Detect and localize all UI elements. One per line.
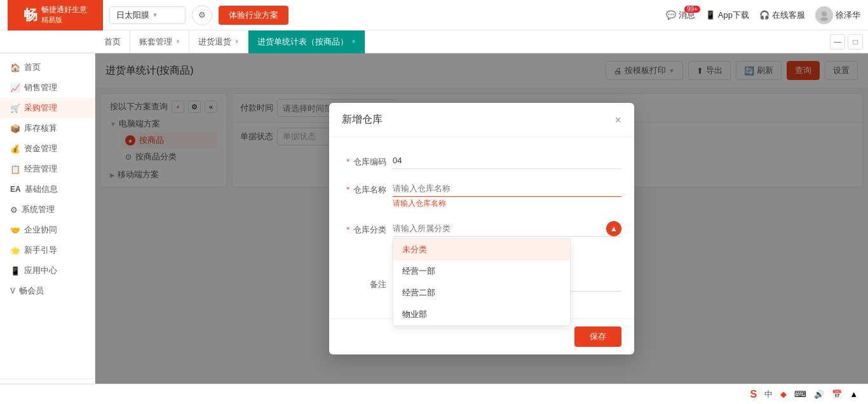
dialog-add-warehouse: 新增仓库 × * 仓库编码: [329, 103, 634, 354]
store-select[interactable]: 日太阳膜 ▼: [109, 6, 186, 24]
sidebar-item-operations[interactable]: 📋 经营管理: [0, 159, 95, 179]
gear-icon: ⚙: [198, 10, 206, 20]
dialog-header: 新增仓库 ×: [329, 103, 634, 137]
sidebar-item-apps[interactable]: 📱 应用中心: [0, 260, 95, 281]
tab-stats[interactable]: 进货单统计表（按商品） ×: [248, 30, 365, 53]
dialog-close-button[interactable]: ×: [614, 114, 621, 126]
tab-bar: 首页 账套管理 × 进货退货 × 进货单统计表（按商品） × — □: [0, 30, 868, 53]
form-row-category: * 仓库分类 ▲ 未分类 经营: [342, 220, 621, 237]
dialog-body: * 仓库编码 * 仓库名称: [329, 137, 634, 318]
finance-icon: 💰: [10, 144, 20, 154]
save-button[interactable]: 保存: [574, 327, 621, 347]
warehouse-code-input[interactable]: [393, 152, 621, 169]
brand-s-icon: S: [750, 389, 757, 400]
top-right-area: 💬 消息 99+ 📱 App下载 🎧 在线客服 徐泽华: [666, 6, 860, 24]
message-badge: 99+: [684, 6, 700, 13]
name-error-msg: 请输入仓库名称: [393, 198, 621, 209]
sidebar-item-system[interactable]: ⚙ 系统管理: [0, 199, 95, 220]
apps-icon: 📱: [10, 266, 20, 276]
sidebar-item-finance[interactable]: 💰 资金管理: [0, 138, 95, 159]
volume-icon[interactable]: 🔊: [814, 389, 824, 399]
category-select-wrapper: ▲ 未分类 经营一部 经营二部 物业部: [393, 220, 621, 237]
message-icon: 💬: [666, 10, 676, 20]
tab-stats-close[interactable]: ×: [352, 38, 356, 45]
online-service-button[interactable]: 🎧 在线客服: [759, 10, 805, 21]
vip-icon: V: [10, 286, 15, 295]
user-button[interactable]: 徐泽华: [815, 6, 860, 24]
sidebar-item-vip[interactable]: V 畅会员: [0, 281, 95, 301]
logo-text: 畅捷通好生意: [41, 5, 87, 15]
dropdown-item-dept2[interactable]: 经营二部: [393, 282, 570, 304]
keyboard-icon[interactable]: ⌨: [794, 389, 806, 399]
phone-icon: 📱: [705, 10, 715, 20]
modal-overlay: 新增仓库 × * 仓库编码: [95, 53, 868, 404]
tab-accounts[interactable]: 账套管理 ×: [130, 30, 189, 53]
chevron-up-icon: ▲: [610, 224, 618, 233]
lang-icon: 中: [764, 389, 773, 400]
category-select-input[interactable]: [393, 220, 621, 237]
sidebar-item-guide[interactable]: 🌟 新手引导: [0, 240, 95, 260]
tab-returns-close[interactable]: ×: [235, 38, 239, 45]
sidebar-item-purchase[interactable]: 🛒 采购管理: [0, 98, 95, 118]
status-bar: S 中 ◆ ⌨ 🔊 📅 ▲: [0, 384, 868, 404]
tab-home-label: 首页: [104, 36, 121, 48]
tab-accounts-label: 账套管理: [139, 36, 172, 48]
code-label: * 仓库编码: [342, 152, 393, 168]
form-row-name: * 仓库名称 请输入仓库名称: [342, 180, 621, 209]
sidebar-item-basic-info[interactable]: EA 基础信息: [0, 179, 95, 199]
dialog-title: 新增仓库: [342, 113, 383, 126]
username-label: 徐泽华: [836, 10, 860, 21]
calendar-icon[interactable]: 📅: [832, 389, 842, 399]
chevron-down-icon: ▼: [152, 11, 158, 18]
app-download-button[interactable]: 📱 App下载: [705, 10, 749, 21]
sidebar-item-inventory[interactable]: 📦 库存核算: [0, 118, 95, 138]
sidebar: 🏠 首页 📈 销售管理 🛒 采购管理 📦 库存核算 💰 资金管理: [0, 53, 95, 404]
name-field: 请输入仓库名称: [393, 180, 621, 209]
code-field: [393, 152, 621, 169]
sidebar-item-enterprise[interactable]: 🤝 企业协同: [0, 220, 95, 240]
tab-minimize-button[interactable]: —: [830, 34, 845, 50]
try-industry-button[interactable]: 体验行业方案: [219, 6, 288, 25]
logo-area: 畅 畅捷通好生意 精易版: [8, 0, 103, 30]
enterprise-icon: 🤝: [10, 226, 20, 235]
form-row-code: * 仓库编码: [342, 152, 621, 169]
svg-point-0: [822, 11, 827, 17]
message-button[interactable]: 💬 消息 99+: [666, 10, 695, 21]
inventory-icon: 📦: [10, 124, 20, 133]
tab-maximize-button[interactable]: □: [848, 34, 863, 50]
store-name: 日太阳膜: [116, 10, 149, 21]
tab-returns[interactable]: 进货退货 ×: [189, 30, 248, 53]
content-area: 进货单统计(按商品) 🖨 按模板打印 ▼ ⬆ 导出 🔄 刷新: [95, 53, 868, 404]
sidebar-item-sales[interactable]: 📈 销售管理: [0, 77, 95, 98]
logo-sub: 精易版: [41, 15, 87, 25]
sidebar-item-home[interactable]: 🏠 首页: [0, 57, 95, 77]
category-label: * 仓库分类: [342, 220, 393, 236]
ea-icon: EA: [10, 185, 21, 194]
tab-actions: — □: [830, 34, 868, 50]
avatar: [815, 6, 833, 24]
required-mark-2: *: [346, 185, 349, 194]
guide-icon: 🌟: [10, 246, 20, 255]
category-dropdown: 未分类 经营一部 经营二部 物业部: [393, 238, 571, 326]
name-label: * 仓库名称: [342, 180, 393, 196]
dropdown-item-property[interactable]: 物业部: [393, 304, 570, 325]
warehouse-name-input[interactable]: [393, 180, 621, 197]
purchase-icon: 🛒: [10, 104, 20, 113]
task-icon[interactable]: ▲: [850, 389, 858, 399]
dropdown-item-uncategorized[interactable]: 未分类: [393, 239, 570, 260]
note-label: 备注: [342, 275, 393, 290]
tab-accounts-close[interactable]: ×: [176, 38, 180, 45]
tab-stats-label: 进货单统计表（按商品）: [257, 36, 348, 48]
tab-home[interactable]: 首页: [95, 30, 130, 53]
category-toggle-button[interactable]: ▲: [606, 221, 621, 236]
tab-returns-label: 进货退货: [198, 36, 231, 48]
diamond-icon: ◆: [780, 389, 787, 399]
top-bar: 畅 畅捷通好生意 精易版 日太阳膜 ▼ ⚙ 体验行业方案 💬 消息 99+ 📱 …: [0, 0, 868, 30]
gear-button[interactable]: ⚙: [192, 5, 212, 25]
svg-point-1: [820, 17, 828, 21]
main-layout: 🏠 首页 📈 销售管理 🛒 采购管理 📦 库存核算 💰 资金管理: [0, 53, 868, 404]
logo-icon: 畅: [24, 6, 37, 25]
required-mark-3: *: [346, 225, 349, 234]
dropdown-item-dept1[interactable]: 经营一部: [393, 260, 570, 282]
operations-icon: 📋: [10, 165, 20, 174]
